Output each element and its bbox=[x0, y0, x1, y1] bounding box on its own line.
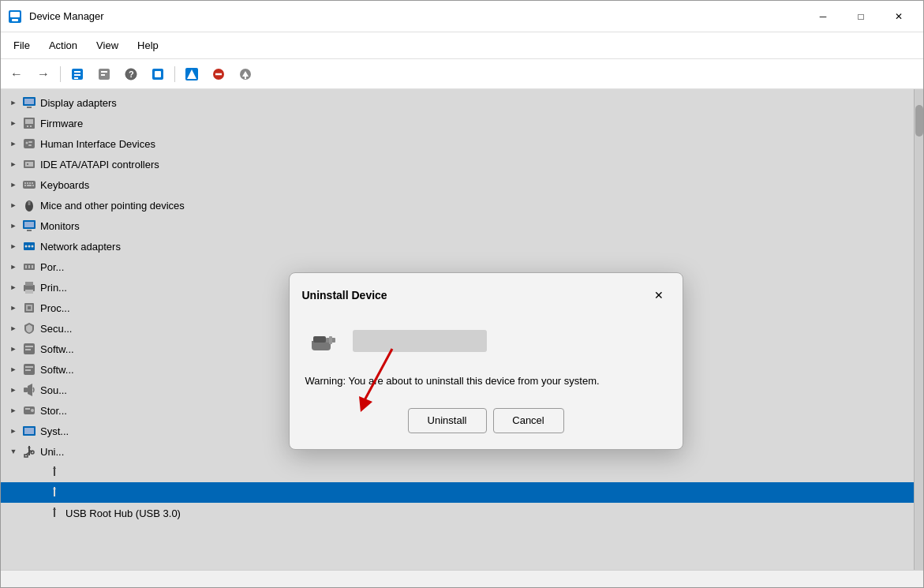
install-button[interactable] bbox=[233, 62, 258, 86]
status-bar bbox=[1, 570, 923, 587]
device-row bbox=[305, 322, 667, 360]
update-driver-button[interactable] bbox=[92, 62, 117, 86]
device-usb-icon bbox=[305, 322, 343, 360]
toolbar-sep-2 bbox=[174, 66, 175, 82]
svg-rect-6 bbox=[74, 77, 78, 79]
window-title: Device Manager bbox=[29, 10, 805, 22]
minimize-button[interactable]: ─ bbox=[805, 4, 841, 29]
svg-rect-5 bbox=[74, 74, 80, 76]
scan-button[interactable] bbox=[145, 62, 170, 86]
device-name-blurred bbox=[353, 330, 487, 352]
toolbar-sep-1 bbox=[60, 66, 61, 82]
uninstall-button[interactable]: Uninstall bbox=[408, 408, 487, 433]
close-button[interactable]: ✕ bbox=[881, 4, 917, 29]
uninstall-device-dialog: Uninstall Device ✕ bbox=[289, 272, 683, 449]
svg-rect-86 bbox=[329, 336, 332, 344]
remove-button[interactable] bbox=[206, 62, 231, 86]
svg-rect-4 bbox=[74, 71, 80, 73]
maximize-button[interactable]: □ bbox=[843, 4, 879, 29]
dialog-title: Uninstall Device bbox=[302, 289, 648, 301]
back-button[interactable]: ← bbox=[4, 62, 29, 86]
svg-rect-84 bbox=[313, 336, 326, 343]
svg-marker-88 bbox=[359, 396, 372, 412]
svg-rect-9 bbox=[101, 74, 105, 76]
toolbar: ← → ? bbox=[1, 59, 923, 89]
menu-action[interactable]: Action bbox=[39, 36, 87, 54]
menu-bar: File Action View Help bbox=[1, 32, 923, 59]
main-content: ► Display adapters ► Firmware ► bbox=[1, 89, 923, 570]
cancel-button[interactable]: Cancel bbox=[493, 408, 564, 433]
scan-changes-button[interactable] bbox=[179, 62, 204, 86]
dialog-buttons: Uninstall Cancel bbox=[305, 408, 667, 433]
svg-text:?: ? bbox=[129, 69, 134, 79]
app-icon bbox=[7, 9, 23, 24]
svg-rect-1 bbox=[10, 12, 20, 17]
device-manager-window: Device Manager ─ □ ✕ File Action View He… bbox=[0, 0, 924, 588]
title-bar: Device Manager ─ □ ✕ bbox=[1, 1, 923, 32]
forward-button[interactable]: → bbox=[31, 62, 56, 86]
menu-help[interactable]: Help bbox=[128, 36, 168, 54]
svg-rect-2 bbox=[12, 19, 18, 21]
window-controls: ─ □ ✕ bbox=[805, 4, 917, 29]
dialog-body: Warning: You are about to uninstall this… bbox=[290, 314, 683, 448]
warning-text: Warning: You are about to uninstall this… bbox=[305, 374, 667, 388]
help-button[interactable]: ? bbox=[118, 62, 144, 86]
svg-rect-13 bbox=[155, 71, 161, 77]
svg-rect-8 bbox=[101, 71, 107, 73]
properties-button[interactable] bbox=[65, 62, 90, 86]
dialog-title-bar: Uninstall Device ✕ bbox=[290, 273, 683, 314]
menu-file[interactable]: File bbox=[4, 36, 39, 54]
modal-overlay: Uninstall Device ✕ bbox=[1, 89, 923, 570]
dialog-close-button[interactable]: ✕ bbox=[648, 284, 670, 306]
menu-view[interactable]: View bbox=[87, 36, 128, 54]
